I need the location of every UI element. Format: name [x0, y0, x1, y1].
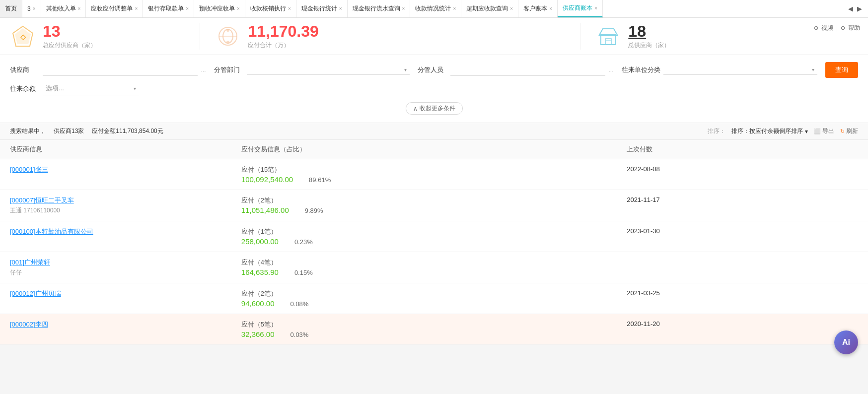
table-row: [000100]本特勤油品有限公司 应付（1笔） 258,000.00 0.23…	[0, 221, 868, 252]
col-header-lastpay: 上次付数	[627, 145, 858, 154]
nav-overdue-ar[interactable]: 超期应收款查询 ×	[461, 0, 518, 17]
supplier-cell-3: [000100]本特勤油品有限公司	[10, 227, 241, 236]
collapse-button[interactable]: ∧ 收起更多条件	[406, 102, 463, 115]
transaction-cell-2: 应付（2笔） 11,051,486.00 9.89%	[241, 196, 627, 214]
result-prefix: 搜索结果中，	[10, 127, 46, 135]
lastpay-date-2: 2021-11-17	[627, 196, 660, 203]
stat-payable-amount-info: 11,170.39 应付合计（万）	[248, 23, 318, 50]
query-button[interactable]: 查询	[825, 62, 858, 78]
filter-manager-label: 分管人员	[418, 66, 447, 74]
filter-area: 供应商 ... 分管部门 ▾ 分管人员 ... 往来单位分类 ▾ 查询	[0, 55, 868, 123]
refresh-icon: ↻	[840, 128, 845, 134]
transaction-info-5: 应付（2笔） 94,600.00 0.08%	[241, 289, 627, 308]
supplier-link-5[interactable]: [000012]广州贝瑞	[10, 290, 61, 297]
svg-point-6	[226, 29, 229, 32]
nav-receipt-writeoff-close[interactable]: ×	[288, 6, 291, 11]
nav-home[interactable]: 首页	[0, 0, 22, 17]
transaction-label-4: 应付（4笔）	[241, 258, 627, 267]
balance-select[interactable]: 选项... ▾	[43, 82, 139, 95]
nav-next-arrow[interactable]: ▶	[855, 5, 864, 12]
video-link[interactable]: 视频	[821, 24, 833, 32]
nav-prev-arrow[interactable]: ◀	[846, 5, 855, 12]
nav-cash-bank-stat-close[interactable]: ×	[339, 6, 342, 11]
nav-ar-ap-adjust-close[interactable]: ×	[135, 6, 138, 11]
transaction-amount-2: 11,051,486.00	[241, 206, 289, 214]
supplier-cell-5: [000012]广州贝瑞	[10, 289, 241, 298]
category-select[interactable]: ▾	[663, 65, 818, 75]
transaction-cell-1: 应付（15笔） 100,092,540.00 89.61%	[241, 165, 627, 184]
nav-receipt-stat-label: 收款情况统计	[415, 4, 451, 13]
separator: |	[836, 25, 838, 32]
department-select[interactable]: ▾	[247, 65, 410, 75]
nav-tab3[interactable]: 3 ×	[22, 0, 41, 17]
nav-tab3-label: 3	[27, 5, 31, 12]
circle-play-icon: ⊙	[814, 25, 818, 31]
collapse-label: 收起更多条件	[420, 104, 455, 113]
stat-payable-suppliers-number: 13	[43, 23, 96, 40]
supplier-link-2[interactable]: [000007]恒旺二手叉车	[10, 197, 74, 204]
nav-advance-ar[interactable]: 预收冲应收单 ×	[194, 0, 245, 17]
nav-other-income-close[interactable]: ×	[78, 6, 81, 11]
sort-select[interactable]: 排序：按应付余额倒序排序 ▾	[731, 127, 808, 135]
nav-ar-ap-adjust-label: 应收应付调整单	[91, 4, 133, 13]
stats-bar: ◇ 13 总应付供应商（家） 11,170.39 应付合计（万）	[0, 18, 868, 55]
export-label: 导出	[822, 127, 834, 135]
nav-customer-ledger[interactable]: 客户账本 ×	[518, 0, 558, 17]
supplier-cell-2: [000007]恒旺二手叉车 王通 17106110000	[10, 196, 241, 215]
transaction-cell-6: 应付（5笔） 32,366.00 0.03%	[241, 320, 627, 338]
filter-row-1: 供应商 ... 分管部门 ▾ 分管人员 ... 往来单位分类 ▾ 查询	[10, 62, 858, 78]
diamond-icon: ◇	[10, 23, 36, 49]
supplier-link-6[interactable]: [000002]李四	[10, 321, 48, 328]
export-button[interactable]: ⬜ 导出	[814, 127, 834, 135]
nav-receipt-writeoff[interactable]: 收款核销执行 ×	[245, 0, 296, 17]
stat-payable-amount-label: 应付合计（万）	[248, 41, 318, 50]
result-bar-left: 搜索结果中， 供应商13家 应付金额111,703,854.00元	[10, 127, 163, 135]
transaction-amount-5: 94,600.00	[241, 299, 275, 308]
nav-cash-bank-flow[interactable]: 现金银行流水查询 ×	[348, 0, 411, 17]
refresh-label: 刷新	[846, 127, 858, 135]
nav-overdue-ar-label: 超期应收款查询	[466, 4, 508, 13]
nav-cash-bank-flow-close[interactable]: ×	[402, 6, 405, 11]
stat-payable-suppliers-label: 总应付供应商（家）	[43, 41, 96, 50]
transaction-amount-6: 32,366.00	[241, 330, 275, 338]
nav-arrows-container: ◀ ▶	[842, 5, 868, 12]
nav-ar-ap-adjust[interactable]: 应收应付调整单 ×	[86, 0, 143, 17]
nav-bank-deposit-close[interactable]: ×	[186, 6, 189, 11]
refresh-button[interactable]: ↻ 刷新	[840, 127, 858, 135]
nav-supplier-ledger-close[interactable]: ×	[594, 5, 597, 11]
nav-customer-ledger-label: 客户账本	[523, 4, 547, 13]
nav-bank-deposit[interactable]: 银行存取款单 ×	[143, 0, 194, 17]
stat-payable-amount: 11,170.39 应付合计（万）	[200, 23, 580, 50]
table-row: [000007]恒旺二手叉车 王通 17106110000 应付（2笔） 11,…	[0, 190, 868, 221]
collapse-bar: ∧ 收起更多条件	[10, 99, 858, 119]
nav-cash-bank-stat[interactable]: 现金银行统计 ×	[296, 0, 348, 17]
transaction-amount-3: 258,000.00	[241, 237, 279, 246]
supplier-input[interactable]	[43, 64, 198, 76]
supplier-link-1[interactable]: [000001]张三	[10, 166, 48, 173]
nav-overdue-ar-close[interactable]: ×	[510, 6, 513, 11]
nav-tab3-close[interactable]: ×	[33, 6, 36, 11]
transaction-row-5: 94,600.00 0.08%	[241, 299, 627, 308]
sort-label: 排序：按应付余额倒序排序	[731, 127, 803, 135]
help-link[interactable]: 帮助	[848, 24, 860, 32]
top-right-links: ⊙ 视频 | ⊙ 帮助	[814, 24, 860, 32]
nav-receipt-stat-close[interactable]: ×	[453, 6, 456, 11]
svg-rect-10	[605, 39, 611, 45]
supplier-link-4[interactable]: [001]广州荣轩	[10, 259, 50, 266]
nav-other-income[interactable]: 其他收入单 ×	[41, 0, 86, 17]
shop-icon	[595, 23, 621, 49]
nav-advance-ar-close[interactable]: ×	[237, 6, 240, 11]
sort-dropdown-icon: ▾	[805, 128, 808, 135]
nav-customer-ledger-close[interactable]: ×	[549, 6, 552, 11]
supplier-link-3[interactable]: [000100]本特勤油品有限公司	[10, 228, 93, 235]
filter-department: 分管部门 ▾	[214, 65, 410, 75]
balance-dropdown-icon: ▾	[134, 86, 136, 91]
transaction-info-3: 应付（1笔） 258,000.00 0.23%	[241, 227, 627, 246]
manager-input[interactable]	[450, 64, 605, 76]
lastpay-date-1: 2022-08-08	[627, 165, 660, 173]
lastpay-cell-2: 2021-11-17	[627, 196, 858, 203]
grain-icon	[215, 23, 241, 49]
nav-receipt-stat[interactable]: 收款情况统计 ×	[410, 0, 461, 17]
nav-other-income-label: 其他收入单	[46, 4, 76, 13]
nav-supplier-ledger[interactable]: 供应商账本 ×	[558, 0, 603, 17]
